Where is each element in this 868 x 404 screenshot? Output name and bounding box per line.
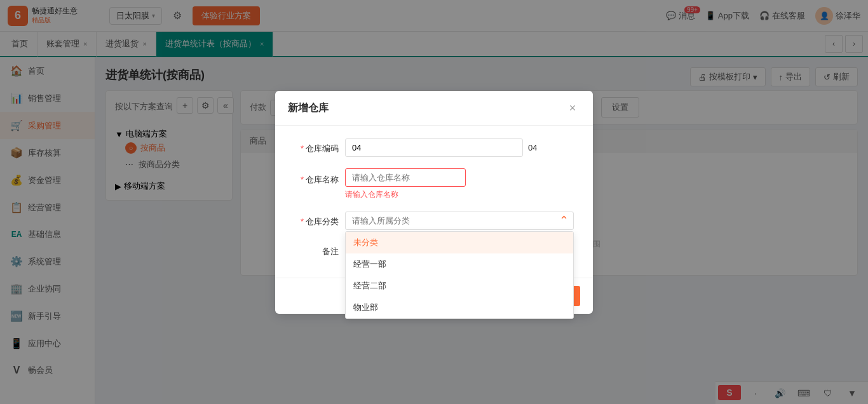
warehouse-code-row: *仓库编码 04 bbox=[294, 138, 574, 157]
modal-title: 新增仓库 bbox=[288, 102, 329, 115]
category-dropdown: 未分类 经营一部 经营二部 物业部 bbox=[345, 231, 574, 319]
dropdown-item-property[interactable]: 物业部 bbox=[346, 297, 573, 318]
category-select-wrapper: ⌃ 未分类 经营一部 经营二部 物业部 bbox=[345, 212, 574, 230]
dropdown-item-none[interactable]: 未分类 bbox=[346, 232, 573, 253]
warehouse-name-error: 请输入仓库名称 bbox=[345, 189, 398, 200]
modal-body: *仓库编码 04 *仓库名称 请输入仓库名称 bbox=[275, 126, 593, 278]
warehouse-code-label: *仓库编码 bbox=[294, 138, 345, 154]
new-warehouse-modal: 新增仓库 × *仓库编码 04 *仓库名称 bbox=[275, 91, 593, 314]
warehouse-category-row: *仓库分类 ⌃ 未分类 经营一部 经营二部 物业部 bbox=[294, 212, 574, 230]
notes-label: 备注 bbox=[294, 241, 345, 257]
warehouse-name-input[interactable] bbox=[345, 168, 466, 187]
modal-close-button[interactable]: × bbox=[565, 101, 580, 116]
required-star: * bbox=[301, 144, 304, 153]
warehouse-name-row: *仓库名称 请输入仓库名称 bbox=[294, 168, 574, 200]
warehouse-category-label: *仓库分类 bbox=[294, 212, 345, 227]
warehouse-name-label: *仓库名称 bbox=[294, 170, 345, 185]
dropdown-item-dept2[interactable]: 经营二部 bbox=[346, 275, 573, 297]
dropdown-item-dept1[interactable]: 经营一部 bbox=[346, 253, 573, 275]
warehouse-code-input[interactable] bbox=[345, 138, 523, 157]
category-input[interactable] bbox=[345, 212, 574, 230]
category-arrow-icon[interactable]: ⌃ bbox=[559, 213, 569, 227]
modal-header: 新增仓库 × bbox=[275, 91, 593, 126]
modal-overlay: 新增仓库 × *仓库编码 04 *仓库名称 bbox=[0, 0, 868, 404]
warehouse-code-value: 04 bbox=[528, 138, 537, 152]
